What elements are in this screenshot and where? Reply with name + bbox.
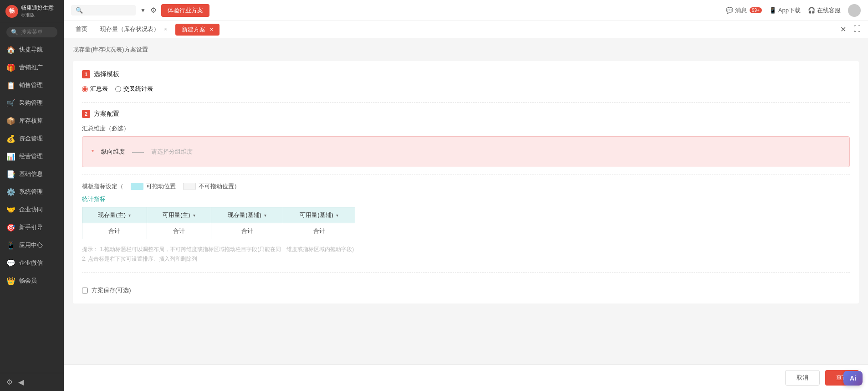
trial-button[interactable]: 体验行业方案 <box>161 4 209 17</box>
stats-header-row: 现存量(主) ▾ 可用量(主) ▾ <box>82 207 355 223</box>
topbar-dropdown[interactable]: ▼ <box>140 7 146 14</box>
sidebar-item-basic[interactable]: 📑 基础信息 <box>0 165 64 183</box>
col-chevron-1[interactable]: ▾ <box>193 213 195 218</box>
tab-inventory-close[interactable]: × <box>164 26 167 32</box>
topbar-left: 🔍 ▼ ⚙ 体验行业方案 <box>71 4 209 17</box>
radio-cross[interactable]: 交叉统计表 <box>115 85 153 93</box>
operations-icon: 📊 <box>6 152 15 161</box>
sidebar-search-bar[interactable]: 🔍 <box>6 27 57 37</box>
tab-expand-icon[interactable]: ⛶ <box>852 25 863 34</box>
section1-header: 1 选择模板 <box>82 70 850 78</box>
radio-cross-input[interactable] <box>115 86 121 92</box>
dimension-placeholder: 请选择分组维度 <box>151 148 193 156</box>
topbar-search-icon: 🔍 <box>76 7 83 14</box>
col-header-1[interactable]: 可用量(主) ▾ <box>147 207 211 223</box>
sidebar-item-label: 营销推广 <box>19 63 43 72</box>
save-row: 方案保存(可选) <box>82 280 850 294</box>
sidebar-item-operations[interactable]: 📊 经营管理 <box>0 148 64 165</box>
topbar-right: 💬 消息 99+ 📱 App下载 🎧 在线客服 <box>726 4 861 17</box>
sidebar-search-input[interactable] <box>21 29 53 35</box>
col-header-2[interactable]: 现存量(基辅) ▾ <box>211 207 283 223</box>
tab-home-label: 首页 <box>76 25 87 33</box>
dimension-field: 纵向维度 <box>101 148 125 156</box>
tip-1: 提示： 1.拖动标题栏可以调整布局，不可跨维度或指标区域拖动栏目字段(只能在同一… <box>82 246 850 253</box>
dimension-dash: —— <box>132 149 144 155</box>
radio-cross-label: 交叉统计表 <box>123 85 153 93</box>
contract-icon: 🤝 <box>6 206 15 214</box>
radio-summary-input[interactable] <box>82 86 88 92</box>
sidebar-item-label: 采购管理 <box>19 99 43 107</box>
tab-inventory-status[interactable]: 现存量（库存状况表） × <box>94 21 174 38</box>
topbar-settings-icon[interactable]: ⚙ <box>150 6 157 15</box>
sidebar-item-appstore[interactable]: 📱 应用中心 <box>0 237 64 254</box>
tabs-controls: ✕ ⛶ <box>838 25 863 34</box>
col-chevron-3[interactable]: ▾ <box>336 213 338 218</box>
save-checkbox[interactable] <box>82 288 88 293</box>
content-area: 现存量(库存状况表)方案设置 1 选择模板 汇总表 交叉统计表 <box>64 38 868 364</box>
tab-new-scheme[interactable]: 新建方案 × <box>175 24 220 36</box>
sidebar-item-system[interactable]: ⚙️ 系统管理 <box>0 183 64 201</box>
user-avatar[interactable] <box>848 4 861 17</box>
system-icon: ⚙️ <box>6 188 15 196</box>
sidebar-search-row[interactable]: 🔍 <box>0 23 64 41</box>
section-config: 2 方案配置 汇总维度（必选） * 纵向维度 —— 请选择分组维度 模板指标设定… <box>82 110 850 263</box>
sidebar-item-shortcuts[interactable]: 🏠 快捷导航 <box>0 41 64 59</box>
sidebar-item-label: 应用中心 <box>19 241 43 249</box>
sidebar-item-label: 快捷导航 <box>19 46 43 54</box>
sidebar-logo: 畅 畅康通好生意 标准版 <box>0 0 64 23</box>
section2-title: 方案配置 <box>94 110 119 118</box>
sidebar-nav: 🔍 🏠 快捷导航 🎁 营销推广 📋 销售管理 🛒 采购管理 📦 库存核算 💰 <box>0 23 64 373</box>
sidebar-item-contract[interactable]: 🤝 企业协同 <box>0 201 64 219</box>
tab-new-close[interactable]: × <box>210 26 213 33</box>
tab-home[interactable]: 首页 <box>69 21 94 38</box>
col-chevron-2[interactable]: ▾ <box>264 213 266 218</box>
tab-close-icon[interactable]: ✕ <box>838 25 848 34</box>
tab-new-label: 新建方案 <box>182 26 205 34</box>
ai-float-button[interactable]: Ai <box>843 371 863 386</box>
legend-fixed-label: 不可拖动位置） <box>199 182 240 190</box>
col-sub-0: 合计 <box>82 223 147 239</box>
col-chevron-0[interactable]: ▾ <box>128 213 131 218</box>
settings-icon[interactable]: ⚙ <box>6 378 13 386</box>
tip-2: 2. 点击标题栏下拉可设置排序、插入列和删除列 <box>82 255 850 263</box>
sidebar-item-sales[interactable]: 📋 销售管理 <box>0 77 64 94</box>
purchase-icon: 🛒 <box>6 99 15 108</box>
col-sub-3: 合计 <box>283 223 355 239</box>
cancel-button[interactable]: 取消 <box>785 370 820 386</box>
page-title: 现存量(库存状况表)方案设置 <box>73 46 859 54</box>
save-label: 方案保存(可选) <box>92 286 131 294</box>
member-icon: 👑 <box>6 277 15 285</box>
col-label-2: 现存量(基辅) <box>228 211 261 219</box>
sidebar-item-label: 销售管理 <box>19 81 43 89</box>
sidebar-item-finance[interactable]: 💰 资金管理 <box>0 130 64 148</box>
finance-icon: 💰 <box>6 134 15 143</box>
collapse-icon[interactable]: ◀ <box>18 378 24 386</box>
online-service-label: 在线客服 <box>817 6 841 15</box>
topbar-search-input[interactable] <box>86 7 131 14</box>
col-header-3[interactable]: 可用量(基辅) ▾ <box>283 207 355 223</box>
message-button[interactable]: 💬 消息 99+ <box>726 6 762 15</box>
tips-section: 提示： 1.拖动标题栏可以调整布局，不可跨维度或指标区域拖动栏目字段(只能在同一… <box>82 246 850 263</box>
metrics-legend: 模板指标设定（ 可拖动位置 不可拖动位置） <box>82 182 850 190</box>
sidebar-item-marketing[interactable]: 🎁 营销推广 <box>0 59 64 77</box>
app-logo-icon: 畅 <box>5 5 18 18</box>
col-header-0[interactable]: 现存量(主) ▾ <box>82 207 147 223</box>
sidebar-item-inventory[interactable]: 📦 库存核算 <box>0 112 64 130</box>
sidebar-item-newbie[interactable]: 🎯 新手引导 <box>0 219 64 237</box>
sidebar-item-purchase[interactable]: 🛒 采购管理 <box>0 94 64 112</box>
dimension-box[interactable]: * 纵向维度 —— 请选择分组维度 <box>82 136 850 167</box>
topbar-search-box[interactable]: 🔍 <box>71 5 136 15</box>
section1-number: 1 <box>82 70 90 78</box>
sidebar-item-wechat[interactable]: 💬 企业微信 <box>0 254 64 272</box>
search-icon: 🔍 <box>11 29 18 36</box>
app-download-icon: 📱 <box>769 7 776 14</box>
col-sub-2: 合计 <box>211 223 283 239</box>
col-label-3: 可用量(基辅) <box>300 211 333 219</box>
sidebar-item-label: 企业协同 <box>19 206 43 214</box>
radio-summary[interactable]: 汇总表 <box>82 85 108 93</box>
section2-number: 2 <box>82 110 90 118</box>
sidebar-item-label: 系统管理 <box>19 188 43 196</box>
sidebar-item-member[interactable]: 👑 畅会员 <box>0 272 64 290</box>
app-download-button[interactable]: 📱 App下载 <box>769 6 801 15</box>
online-service-button[interactable]: 🎧 在线客服 <box>808 6 841 15</box>
